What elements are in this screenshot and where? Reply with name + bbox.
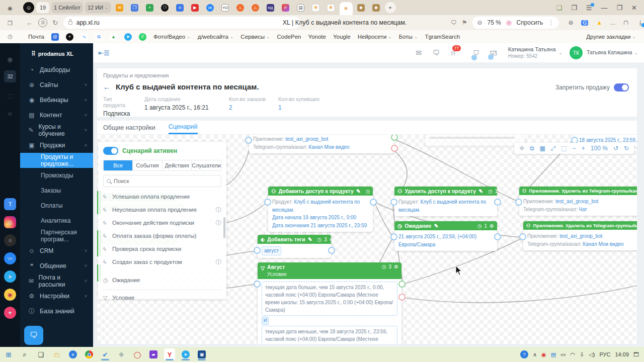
zoom-level[interactable]: 75 % [488,19,501,26]
bookmark-yonote[interactable]: Yonote [308,34,326,40]
kebab-icon[interactable]: ⋮ [548,19,554,26]
messages-icon[interactable]: 🗨 [433,49,440,57]
edit-icon[interactable]: ✎ [308,236,312,242]
sidebar-item-orders[interactable]: Заказы [20,183,93,198]
jar-icon[interactable]: ⛫ [623,19,629,26]
tab-doc[interactable]: ▤ [294,2,307,13]
mic-icon[interactable]: ⇩ [580,351,584,358]
tray-expand-icon[interactable]: ∧ [533,351,537,358]
orders-count-link[interactable]: 2 [229,104,269,111]
sidebar-item-payments[interactable]: Оплаты [20,198,93,213]
node-august-condition[interactable]: ▽ Август Условие ◷3⚙ текущая дата больше… [258,262,401,344]
event-item[interactable]: ϟСоздан заказ с продуктомⓘ [103,255,221,268]
battery-icon[interactable]: ▭ [560,351,566,358]
clock[interactable]: 14:09 [615,351,629,357]
node-apps-remove-1[interactable]: ⚇Приложения. Удалить из Telegram-группы/… [519,187,637,216]
edit-icon[interactable]: ✎ [434,223,438,229]
tab-mail[interactable]: ✉ [113,2,126,13]
yandex-button[interactable]: Я [38,18,47,27]
input-port[interactable] [264,199,271,206]
zoom-in-icon[interactable]: + [582,145,585,152]
tab-bot[interactable]: ⚆ [158,2,172,13]
condition-tool[interactable]: ▽Условие [103,291,221,304]
output-port[interactable] [494,199,501,206]
bot-link[interactable]: test_axi_groop_bot [285,136,328,142]
history-icon[interactable]: ↺ [613,145,618,152]
tab-person-2[interactable]: ☻ [370,2,383,13]
event-item[interactable]: ϟОкончание действия подпискиⓘ [103,216,221,229]
output-port[interactable] [328,247,335,254]
start-button[interactable]: ⊞ [3,348,14,360]
record-icon[interactable]: ◉ [541,351,546,358]
ads-icon[interactable]: ▲ [596,19,602,26]
sidebar-item-chat[interactable]: ❝Общение˅ [20,258,93,274]
gallery-icon[interactable]: ❏ [556,4,562,12]
tab-group-salebot[interactable]: 1Сейлбот [51,2,83,13]
bookmark-neuro[interactable]: Нейросети⌄ [358,34,392,40]
sidebar-item-sites[interactable]: ⊕Сайты˅ [20,77,93,93]
minimize-button[interactable]: — [601,4,607,12]
bookmark-tgram[interactable]: TgramSearch [425,34,460,40]
sidebar-item-dashboards[interactable]: ◔Дашборды [20,62,93,77]
history-clock-icon[interactable]: ◷ [4,30,16,42]
sidebar-item-promocodes[interactable]: Промокоды [20,168,93,183]
counter-badge[interactable]: 32 [4,70,16,82]
blue-app-icon[interactable]: ▣ [196,348,207,360]
input-port[interactable] [254,281,261,288]
instagram-icon[interactable]: ◎ [4,216,16,228]
app-logo[interactable]: ⠿prodamus XL [20,43,93,62]
bookmark-services[interactable]: Сервисы⌄ [240,34,270,40]
info-icon[interactable]: ⓘ [216,219,222,227]
panel-tab-actions[interactable]: Действия [162,160,191,170]
condition-2[interactable]: текущая дата меньше, чем 18 августа 2025… [262,326,397,344]
globe-icon[interactable]: ⊕ [568,19,573,26]
tinkoff-icon[interactable]: Т [4,198,16,210]
forbid-sale-toggle[interactable] [614,83,629,92]
ask-button[interactable]: Спросить [516,19,543,26]
tab-person-1[interactable]: ☻ [355,2,368,13]
other-bookmarks[interactable]: Другие закладки⌄ [586,34,644,40]
reload-icon[interactable]: ↻ [52,19,58,27]
pages-icon[interactable]: ❐ [4,17,16,29]
tab-group-ai[interactable]: 12ИИ⌄ [85,2,111,13]
tab-fire-2[interactable]: ♨ [249,2,262,13]
sidebar-item-mailings[interactable]: ✉Почта и рассылки˅ [20,274,93,289]
paw-app-icon[interactable]: ❖ [116,348,127,360]
file-explorer-icon[interactable]: 🗀 [51,348,62,360]
edit-icon[interactable]: ✎ [478,188,483,194]
sidebar-item-products[interactable]: Продукты и предложе... [20,153,93,168]
pan-hand-icon[interactable]: ✥ [519,145,524,152]
telegram-app-icon[interactable]: ➤ [180,348,191,360]
tab-general-settings[interactable]: Общие настройки [103,121,155,134]
tab-group-19[interactable]: 19 [36,2,49,13]
output-port[interactable] [370,199,377,206]
channel-link[interactable]: Канал Мои видео [583,241,623,247]
sidebar-collapse-icon[interactable]: ⇤☰ [98,49,110,57]
node-wait[interactable]: ◷Ожидание✎◷1⚙ 21 августа 2025 г., 23:59,… [394,221,497,251]
sidebar-item-partner[interactable]: Партнерская програм... [20,228,93,243]
task-view-icon[interactable]: ❑ [35,348,46,360]
node-apps-remove-top[interactable]: Приложение: test_axi_groop_bot Telegram-… [249,135,394,153]
restore-button[interactable]: ❐ [616,4,622,12]
telegram-circle-icon[interactable]: ➤ [4,270,16,283]
bell-icon[interactable]: ⍾ [4,108,16,120]
output-port-true[interactable] [398,281,406,288]
grid-icon[interactable]: ▦ [540,145,545,152]
copy-icon[interactable]: ⧉ [530,145,534,152]
tab-yonote[interactable]: YO [219,2,232,13]
input-port[interactable] [390,199,397,206]
panel-tab-all[interactable]: Все [104,160,132,170]
search-icon[interactable]: ⌕ [19,348,30,360]
drive-icon[interactable]: ▲ [110,33,117,41]
new-tab-button[interactable]: + [385,2,396,13]
input-port[interactable] [515,199,522,206]
tab-docs[interactable]: ≡ [174,2,187,13]
yandex-app-icon[interactable]: Y [164,348,175,360]
bookmark-site[interactable]: д/webсайта⌄ [198,34,234,40]
tab-panel-icon[interactable]: ❐ [571,4,577,12]
translate-icon[interactable]: G [581,20,588,26]
sidebar-item-content[interactable]: ▤Контент˅ [20,108,93,123]
chrome-icon[interactable] [84,348,95,360]
user-avatar[interactable]: ТК [570,46,583,59]
zoom-out-icon[interactable]: − [573,145,576,152]
